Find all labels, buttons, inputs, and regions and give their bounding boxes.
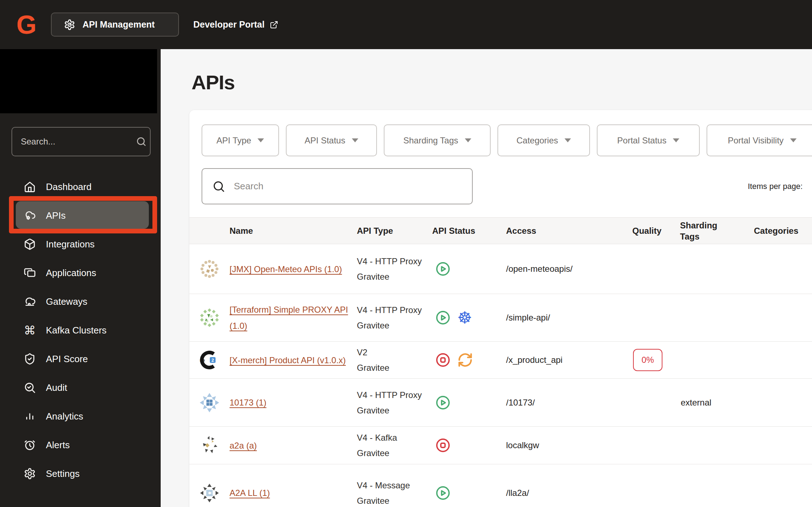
access-cell: /open-meteoapis/ bbox=[506, 264, 632, 274]
filter-api-type[interactable]: API Type bbox=[202, 124, 279, 156]
api-status-cell bbox=[432, 437, 506, 453]
api-type-cell: V4 - Message Gravitee bbox=[357, 478, 432, 507]
table-row: ne 2 [X-merch] Product API (v1.0.x) V2 G… bbox=[189, 342, 812, 379]
api-type-cell: V4 - HTTP Proxy Gravitee bbox=[357, 254, 432, 284]
api-avatar bbox=[199, 435, 219, 455]
quality-score-badge: 0% bbox=[633, 349, 662, 371]
header-access: Access bbox=[506, 225, 632, 236]
stop-circle-icon bbox=[435, 437, 451, 453]
header-sharding-tags: Sharding Tags bbox=[680, 220, 754, 242]
sidebar-item-label: API Score bbox=[46, 354, 88, 365]
sidebar-item-label: Audit bbox=[46, 382, 67, 393]
sidebar-item-label: Settings bbox=[46, 468, 80, 479]
filter-label: Portal Status bbox=[617, 136, 666, 146]
chevron-down-icon bbox=[258, 138, 264, 142]
sidebar-item-settings[interactable]: Settings bbox=[0, 459, 161, 488]
out-of-sync-icon bbox=[457, 352, 473, 368]
api-name-link[interactable]: 10173 (1) bbox=[230, 394, 266, 411]
gear-icon bbox=[64, 19, 75, 30]
table-row: a2a (a) V4 - Kafka Gravitee localkgw bbox=[189, 427, 812, 464]
play-circle-icon bbox=[435, 310, 451, 326]
topbar: G API Management Developer Portal bbox=[0, 0, 812, 49]
table-search-input[interactable] bbox=[234, 169, 472, 204]
api-avatar bbox=[199, 483, 219, 503]
header-api-status: API Status bbox=[432, 225, 506, 236]
header-quality: Quality bbox=[632, 225, 680, 236]
app-switcher-label: API Management bbox=[82, 19, 155, 30]
main-content: APIs API Type API Status Sharding Tags C… bbox=[161, 49, 812, 507]
play-circle-icon bbox=[435, 395, 451, 411]
sidebar-item-analytics[interactable]: Analytics bbox=[0, 402, 161, 431]
table-search-box bbox=[202, 168, 473, 204]
api-name-link[interactable]: [Terraform] Simple PROXY API (1.0) bbox=[230, 302, 350, 334]
stop-circle-icon bbox=[435, 352, 451, 368]
filter-sharding-tags[interactable]: Sharding Tags bbox=[384, 124, 491, 156]
table-row: [JMX] Open-Meteo APIs (1.0) V4 - HTTP Pr… bbox=[189, 244, 812, 294]
home-icon bbox=[24, 181, 36, 193]
filter-portal-visibility[interactable]: Portal Visibility bbox=[707, 124, 812, 156]
apis-card: API Type API Status Sharding Tags Catego… bbox=[189, 110, 812, 507]
sidebar-item-label: Integrations bbox=[46, 239, 95, 250]
api-type-cell: V4 - HTTP Proxy Gravitee bbox=[357, 302, 432, 333]
chevron-down-icon bbox=[352, 138, 358, 142]
api-name-link[interactable]: [X-merch] Product API (v1.0.x) bbox=[230, 352, 346, 368]
api-type-cell: V4 - Kafka Gravitee bbox=[357, 430, 432, 461]
cube-icon bbox=[24, 238, 36, 250]
sidebar-item-label: Gateways bbox=[46, 296, 88, 307]
access-cell: /10173/ bbox=[506, 398, 632, 408]
sidebar-item-audit[interactable]: Audit bbox=[0, 373, 161, 402]
sidebar-search-input[interactable] bbox=[12, 128, 136, 156]
access-cell: /x_product_api bbox=[506, 355, 632, 365]
filter-categories[interactable]: Categories bbox=[497, 124, 590, 156]
sidebar-item-applications[interactable]: Applications bbox=[0, 259, 161, 287]
gravitee-logo-icon: G bbox=[13, 10, 39, 39]
developer-portal-link[interactable]: Developer Portal bbox=[193, 19, 278, 30]
apis-table: Name API Type API Status Access Quality … bbox=[189, 217, 812, 507]
access-cell: /simple-api/ bbox=[506, 313, 632, 323]
filter-portal-status[interactable]: Portal Status bbox=[597, 124, 700, 156]
sidebar-item-alerts[interactable]: Alerts bbox=[0, 431, 161, 459]
api-status-cell bbox=[432, 261, 506, 277]
filter-bar: API Type API Status Sharding Tags Catego… bbox=[202, 124, 812, 156]
filter-api-status[interactable]: API Status bbox=[286, 124, 377, 156]
sidebar-item-api-score[interactable]: API Score bbox=[0, 345, 161, 373]
chevron-down-icon bbox=[565, 138, 571, 142]
sidebar-item-gateways[interactable]: Gateways bbox=[0, 287, 161, 316]
table-row: 10173 (1) V4 - HTTP Proxy Gravitee /1017… bbox=[189, 379, 812, 427]
access-cell: localkgw bbox=[506, 440, 632, 450]
sidebar-logo-placeholder bbox=[0, 49, 157, 113]
search-icon bbox=[136, 136, 147, 147]
sidebar-item-kafka-clusters[interactable]: ⌘ Kafka Clusters bbox=[0, 316, 161, 345]
app-management-switcher-button[interactable]: API Management bbox=[51, 13, 179, 37]
sidebar: Dashboard APIs Integrations Ap bbox=[0, 49, 161, 507]
api-avatar bbox=[199, 393, 219, 413]
sidebar-search-box bbox=[11, 127, 151, 156]
api-name-link[interactable]: A2A LL (1) bbox=[230, 485, 270, 501]
api-status-cell bbox=[432, 485, 506, 501]
sidebar-item-dashboard[interactable]: Dashboard bbox=[0, 172, 161, 201]
api-name-link[interactable]: [JMX] Open-Meteo APIs (1.0) bbox=[230, 261, 342, 277]
sidebar-item-apis[interactable]: APIs bbox=[0, 201, 161, 230]
api-type-cell: V2 Gravitee bbox=[357, 345, 432, 375]
sidebar-nav: Dashboard APIs Integrations Ap bbox=[0, 172, 161, 488]
header-categories: Categories bbox=[754, 225, 812, 236]
sidebar-item-integrations[interactable]: Integrations bbox=[0, 230, 161, 259]
api-name-link[interactable]: a2a (a) bbox=[230, 437, 257, 454]
sidebar-item-label: Alerts bbox=[46, 440, 70, 451]
gateway-cloud-icon bbox=[24, 295, 36, 308]
header-name: Name bbox=[230, 225, 357, 236]
gear-icon bbox=[24, 468, 36, 480]
alarm-clock-icon bbox=[24, 439, 36, 451]
table-row: [Terraform] Simple PROXY API (1.0) V4 - … bbox=[189, 294, 812, 342]
sidebar-item-label: APIs bbox=[46, 210, 66, 221]
sidebar-item-label: Dashboard bbox=[46, 181, 91, 193]
developer-portal-label: Developer Portal bbox=[193, 19, 265, 30]
table-row: A2A LL (1) V4 - Message Gravitee /lla2a/ bbox=[189, 464, 812, 507]
sidebar-item-label: Analytics bbox=[46, 411, 83, 422]
svg-text:ne: ne bbox=[200, 358, 205, 363]
audit-search-check-icon bbox=[24, 382, 36, 394]
api-status-cell: ☸ bbox=[432, 309, 506, 326]
api-cloud-gear-icon bbox=[24, 209, 36, 222]
filter-label: API Status bbox=[304, 136, 345, 146]
items-per-page-label: Items per page: bbox=[748, 182, 803, 191]
